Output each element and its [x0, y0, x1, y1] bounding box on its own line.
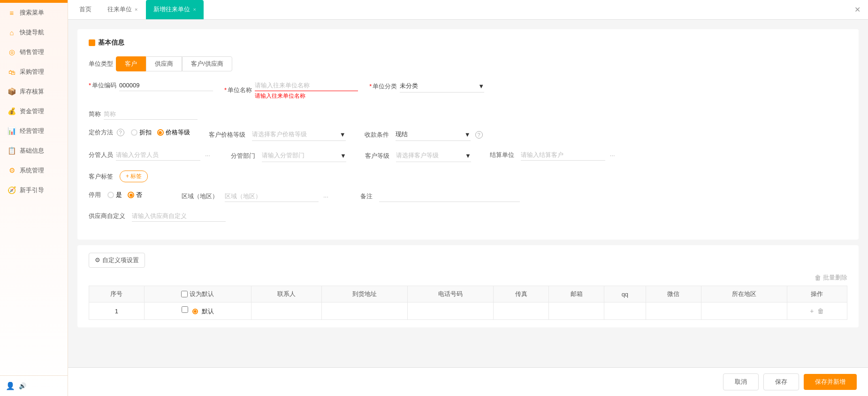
- tab-new-partner[interactable]: 新增往来单位 ×: [146, 0, 203, 19]
- cancel-button[interactable]: 取消: [723, 373, 759, 390]
- col-fax: 传真: [494, 286, 549, 303]
- tab-home[interactable]: 首页: [72, 0, 99, 19]
- section-title-text: 基本信息: [98, 39, 124, 47]
- department-item: 分管部门 请输入分管部门 ▼: [231, 149, 346, 162]
- unit-category-label: *单位分类: [369, 82, 397, 91]
- remark-item: 备注: [360, 191, 520, 202]
- basic-icon: 📋: [8, 147, 16, 155]
- customer-level-select[interactable]: 请选择客户等级 ▼: [396, 149, 471, 162]
- chevron-down-icon2: ▼: [340, 131, 346, 138]
- home-icon: ⌂: [8, 28, 16, 37]
- unit-type-customer-btn[interactable]: 客户: [116, 56, 146, 71]
- sales-icon: ◎: [8, 48, 16, 56]
- delete-row-btn[interactable]: 🗑: [817, 307, 824, 315]
- sidebar-item-guide[interactable]: 🧭 新手引导: [0, 180, 68, 200]
- sidebar: ≡ 搜索菜单 ⌂ 快捷导航 ◎ 销售管理 🛍 采购管理 📦 库存核算 💰 资金管…: [0, 0, 68, 396]
- cell-wechat: [646, 303, 701, 320]
- manager-more-icon[interactable]: ···: [203, 152, 212, 159]
- table-section: ⚙ 自定义项设置 🗑 批量删除 序号 设为默认 联系人 到货地址 电话号码: [77, 245, 859, 327]
- sidebar-item-label: 采购管理: [20, 68, 44, 76]
- col-region: 所在地区: [701, 286, 787, 303]
- tab-partners[interactable]: 往来单位 ×: [100, 0, 145, 19]
- sidebar-item-basic[interactable]: 📋 基础信息: [0, 141, 68, 161]
- pricing-discount-radio[interactable]: 折扣: [131, 128, 152, 137]
- col-contact: 联系人: [251, 286, 321, 303]
- tab-bar-close-btn[interactable]: ✕: [851, 5, 864, 14]
- batch-delete-btn[interactable]: 🗑 批量删除: [815, 273, 847, 282]
- tab-home-label: 首页: [79, 5, 91, 14]
- custom-settings-btn[interactable]: ⚙ 自定义项设置: [89, 253, 145, 268]
- sidebar-item-purchase[interactable]: 🛍 采购管理: [0, 62, 68, 82]
- sidebar-bottom: 👤 🔊: [0, 375, 68, 396]
- pricing-method-label: 定价方法 ?: [89, 128, 124, 137]
- customer-price-level-select[interactable]: 请选择客户价格等级 ▼: [252, 128, 346, 141]
- unit-type-supplier-btn[interactable]: 供应商: [146, 56, 182, 71]
- short-name-row: 简称: [89, 109, 847, 120]
- sidebar-item-label: 经营管理: [20, 127, 44, 135]
- region-label: 区域（地区）: [182, 192, 218, 201]
- sidebar-item-system[interactable]: ⚙ 系统管理: [0, 161, 68, 180]
- pricing-help-icon[interactable]: ?: [117, 129, 124, 136]
- discount-label: 折扣: [139, 128, 152, 137]
- row-checkbox[interactable]: [182, 306, 188, 313]
- unit-type-both-btn[interactable]: 客户/供应商: [182, 56, 232, 71]
- unit-name-input[interactable]: [255, 80, 358, 91]
- system-icon: ⚙: [8, 166, 16, 175]
- sidebar-item-search[interactable]: ≡ 搜索菜单: [0, 3, 68, 23]
- bottom-bar: 取消 保存 保存并新增: [68, 367, 868, 396]
- pricing-method-item: 定价方法 ? 折扣 价格等级: [89, 128, 190, 137]
- manager-label: 分管人员: [89, 151, 113, 159]
- region-input[interactable]: [225, 191, 319, 202]
- radio-dot: [159, 131, 162, 134]
- pricing-level-radio[interactable]: 价格等级: [157, 128, 190, 137]
- payment-terms-value: 现结: [396, 130, 408, 139]
- col-email: 邮箱: [549, 286, 604, 303]
- payment-terms-item: 收款条件 现结 ▼ ?: [365, 128, 483, 141]
- disabled-yes-radio[interactable]: 是: [107, 191, 122, 199]
- unit-code-input[interactable]: [119, 80, 213, 91]
- payment-help-icon[interactable]: ?: [475, 131, 483, 139]
- sidebar-item-operations[interactable]: 📊 经营管理: [0, 121, 68, 141]
- default-radio-dot: [194, 310, 197, 313]
- payment-terms-select[interactable]: 现结 ▼: [396, 128, 471, 141]
- unit-type-label: 单位类型: [89, 60, 113, 68]
- sidebar-item-inventory[interactable]: 📦 库存核算: [0, 82, 68, 101]
- disabled-no-radio[interactable]: 否: [128, 191, 142, 199]
- department-select[interactable]: 请输入分管部门 ▼: [262, 149, 346, 162]
- default-radio-circle: [192, 309, 198, 314]
- chevron-down-icon: ▼: [478, 83, 484, 90]
- yes-label: 是: [116, 191, 122, 199]
- purchase-icon: 🛍: [8, 68, 16, 76]
- settlement-unit-input[interactable]: [521, 149, 605, 161]
- region-more-icon[interactable]: ···: [321, 193, 330, 200]
- manager-item: 分管人员 ···: [89, 149, 212, 161]
- tab-partners-close[interactable]: ×: [135, 7, 137, 12]
- row-actions: + 🗑: [792, 307, 842, 315]
- disabled-region-row: 停用 是 否 区: [89, 191, 847, 202]
- price-level-label: 价格等级: [166, 128, 190, 137]
- discount-radio-circle: [131, 129, 137, 136]
- save-button[interactable]: 保存: [763, 373, 799, 390]
- col-qq: qq: [604, 286, 646, 303]
- short-name-input[interactable]: [104, 109, 198, 120]
- manager-input[interactable]: [116, 149, 200, 161]
- save-new-button[interactable]: 保存并新增: [804, 374, 857, 390]
- col-action: 操作: [787, 286, 847, 303]
- unit-category-select[interactable]: 未分类 ▼: [400, 80, 484, 93]
- sidebar-item-sales[interactable]: ◎ 销售管理: [0, 42, 68, 62]
- sidebar-item-quick-nav[interactable]: ⌂ 快捷导航: [0, 23, 68, 42]
- chevron-down-icon4: ▼: [340, 152, 346, 159]
- default-radio-item[interactable]: 默认: [192, 307, 214, 316]
- supplier-custom-input[interactable]: [132, 210, 226, 222]
- cell-phone: [408, 303, 494, 320]
- sidebar-item-finance[interactable]: 💰 资金管理: [0, 101, 68, 121]
- sidebar-item-label: 资金管理: [20, 107, 44, 116]
- tab-bar: 首页 往来单位 × 新增往来单位 × ✕: [68, 0, 868, 20]
- add-tag-btn[interactable]: + 标签: [120, 171, 148, 182]
- unit-type-row: 单位类型 客户 供应商 客户/供应商: [89, 56, 847, 71]
- settlement-more-icon[interactable]: ···: [608, 152, 617, 159]
- remark-input[interactable]: [379, 191, 520, 202]
- add-row-btn[interactable]: +: [810, 307, 814, 315]
- tab-new-partner-close[interactable]: ×: [193, 7, 196, 12]
- select-all-checkbox[interactable]: [181, 291, 188, 297]
